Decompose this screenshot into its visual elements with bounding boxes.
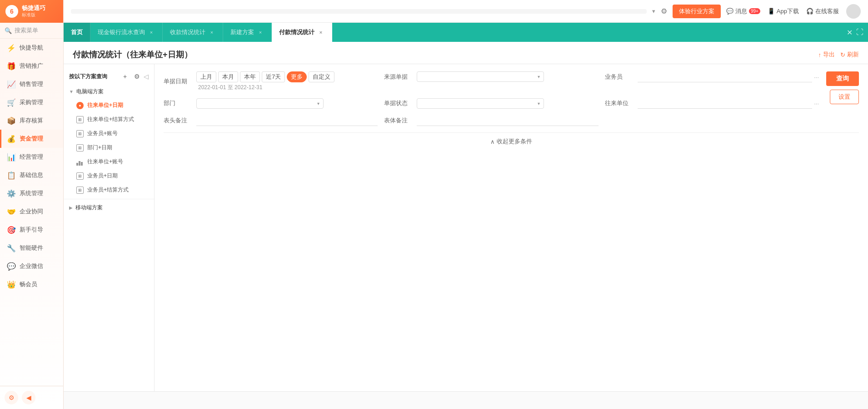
sidebar-logo: 6 畅捷通巧 标准版 — [0, 0, 63, 23]
collapse-more-btn[interactable]: ∧ 收起更多条件 — [164, 132, 859, 150]
refresh-label: 刷新 — [847, 50, 859, 59]
sidebar-item-operations[interactable]: 📊 经营管理 — [0, 148, 63, 166]
date-this-month-btn[interactable]: 本月 — [218, 71, 238, 82]
scheme-item-counterpart-account[interactable]: 往来单位+账号 — [64, 155, 154, 169]
filter-col-source: 来源单据 ▾ — [384, 71, 598, 82]
purchase-icon: 🛒 — [7, 98, 16, 107]
scheme-item-salesman-settlement[interactable]: ⊞ 业务员+结算方式 — [64, 183, 154, 197]
quick-nav-icon: ⚡ — [7, 43, 16, 52]
sidebar-item-finance[interactable]: 💰 资金管理 — [0, 130, 63, 148]
scheme-item-label: 业务员+结算方式 — [87, 186, 129, 194]
sidebar-item-member[interactable]: 👑 畅会员 — [0, 275, 63, 293]
header-note-input[interactable] — [196, 115, 378, 126]
salesman-dots[interactable]: ··· — [814, 74, 819, 81]
date-more-btn[interactable]: 更多 — [287, 71, 307, 82]
sidebar-item-purchase[interactable]: 🛒 采购管理 — [0, 93, 63, 111]
counterpart-input[interactable] — [638, 98, 813, 109]
scheme-collapse-btn[interactable]: ◁ — [144, 73, 149, 80]
pc-section-arrow: ▼ — [69, 89, 74, 94]
date-presets: 上月 本月 本年 近7天 更多 自定义 — [196, 71, 378, 82]
collapse-label: 收起更多条件 — [497, 137, 532, 146]
sales-icon: 📈 — [7, 80, 16, 89]
sidebar-item-system[interactable]: ⚙️ 系统管理 — [0, 184, 63, 202]
scheme-item-counterpart-settlement[interactable]: ⊞ 往来单位+结算方式 — [64, 112, 154, 126]
sidebar-item-quick-nav[interactable]: ⚡ 快捷导航 — [0, 39, 63, 57]
sidebar-item-guide[interactable]: 🎯 新手引导 — [0, 221, 63, 239]
header-chevron-icon[interactable]: ▾ — [652, 8, 655, 15]
date-last-month-btn[interactable]: 上月 — [196, 71, 216, 82]
tab-home[interactable]: 首页 — [64, 23, 90, 42]
cashflow-tab-close[interactable]: × — [148, 29, 155, 36]
export-btn[interactable]: ↑ 导出 — [818, 50, 835, 59]
sidebar-item-label: 基础信息 — [20, 171, 43, 179]
date-this-year-btn[interactable]: 本年 — [240, 71, 260, 82]
salesman-input[interactable] — [638, 71, 813, 82]
scheme-item-counterpart-date[interactable]: ● 往来单位+日期 — [64, 98, 154, 112]
tab-cashflow[interactable]: 现金银行流水查询 × — [90, 23, 163, 42]
notification-btn[interactable]: 💬 消息 99+ — [726, 7, 760, 15]
scheme-item-salesman-date[interactable]: ⊞ 业务员+日期 — [64, 169, 154, 183]
scheme-item-label: 往来单位+日期 — [87, 101, 123, 109]
sidebar-item-label: 营销推广 — [20, 62, 43, 70]
scheme-item-dept-date[interactable]: ⊞ 部门+日期 — [64, 141, 154, 155]
online-service-btn[interactable]: 🎧 在线客服 — [806, 7, 839, 15]
enterprise-icon: 🤝 — [7, 207, 16, 216]
tab-close-all-btn[interactable]: ✕ — [847, 28, 853, 37]
export-icon: ↑ — [818, 51, 822, 58]
receipts-tab-label: 收款情况统计 — [170, 28, 205, 36]
tab-payments[interactable]: 付款情况统计 × — [272, 23, 332, 42]
user-avatar[interactable] — [846, 4, 861, 19]
sidebar-collapse-btn[interactable]: ◀ — [22, 391, 35, 404]
date-7days-btn[interactable]: 近7天 — [262, 71, 285, 82]
sidebar-item-label: 智能硬件 — [20, 244, 43, 252]
header-settings-btn[interactable]: ⚙ — [661, 7, 667, 15]
mobile-section-label: 移动端方案 — [75, 204, 103, 212]
dept-select[interactable]: ▾ — [196, 98, 324, 109]
sidebar-item-basic[interactable]: 📋 基础信息 — [0, 166, 63, 184]
sidebar-item-hardware[interactable]: 🔧 智能硬件 — [0, 239, 63, 257]
scheme-panel-actions: + ⚙ ◁ — [120, 71, 149, 81]
scheme-add-btn[interactable]: + — [120, 71, 130, 81]
page-title: 付款情况统计（往来单位+日期） — [73, 49, 192, 60]
sidebar-item-sales[interactable]: 📈 销售管理 — [0, 75, 63, 93]
query-btn[interactable]: 查询 — [826, 71, 859, 86]
logo-text: 畅捷通巧 — [22, 5, 45, 12]
payments-tab-close[interactable]: × — [317, 29, 324, 36]
marketing-icon: 🎁 — [7, 61, 16, 71]
sidebar-nav: ⚡ 快捷导航 🎁 营销推广 📈 销售管理 🛒 采购管理 📦 库存核算 💰 资金管… — [0, 39, 63, 386]
refresh-btn[interactable]: ↻ 刷新 — [840, 50, 859, 59]
counterpart-dots[interactable]: ··· — [814, 100, 819, 107]
filter-col-salesman: 业务员 ··· — [605, 71, 819, 82]
scheme-item-salesman-account[interactable]: ⊞ 业务员+账号 — [64, 126, 154, 141]
sidebar-item-inventory[interactable]: 📦 库存核算 — [0, 111, 63, 130]
sidebar-item-wechat[interactable]: 💬 企业微信 — [0, 257, 63, 275]
table-icon: ⊞ — [76, 172, 84, 180]
receipts-tab-close[interactable]: × — [208, 29, 215, 36]
app-download-btn[interactable]: 📱 App下载 — [768, 7, 799, 15]
tab-receipts[interactable]: 收款情况统计 × — [163, 23, 223, 42]
hardware-icon: 🔧 — [7, 243, 16, 252]
date-custom-btn[interactable]: 自定义 — [309, 71, 334, 82]
tab-expand-btn[interactable]: ⛶ — [856, 28, 863, 36]
header-actions: 💬 消息 99+ 📱 App下载 🎧 在线客服 — [726, 4, 861, 19]
mobile-section-title[interactable]: ▶ 移动端方案 — [64, 201, 154, 214]
tab-new-scheme[interactable]: 新建方案 × — [223, 23, 272, 42]
logo-sub: 标准版 — [22, 12, 45, 18]
sidebar-item-enterprise[interactable]: 🤝 企业协同 — [0, 202, 63, 221]
search-menu[interactable]: 🔍 搜索菜单 — [0, 23, 63, 39]
body-area: 按以下方案查询 + ⚙ ◁ ▼ 电脑端方案 ● 往来单位+日期 — [64, 64, 868, 391]
body-note-input[interactable] — [417, 115, 598, 126]
sidebar-item-label: 企业协同 — [20, 207, 43, 216]
sidebar-item-marketing[interactable]: 🎁 营销推广 — [0, 57, 63, 75]
pc-section-label: 电脑端方案 — [76, 88, 104, 96]
sidebar-settings-btn[interactable]: ⚙ — [5, 391, 18, 404]
new-scheme-tab-close[interactable]: × — [257, 29, 264, 36]
search-icon: 🔍 — [5, 27, 12, 34]
pc-section-title[interactable]: ▼ 电脑端方案 — [64, 85, 154, 98]
sidebar-item-label: 采购管理 — [20, 98, 43, 106]
filter-settings-btn[interactable]: 设置 — [830, 90, 859, 104]
industry-scheme-btn[interactable]: 体验行业方案 — [673, 5, 721, 18]
voucher-status-select[interactable]: ▾ — [417, 98, 544, 109]
scheme-settings-btn[interactable]: ⚙ — [132, 71, 142, 81]
source-select[interactable]: ▾ — [417, 71, 544, 82]
